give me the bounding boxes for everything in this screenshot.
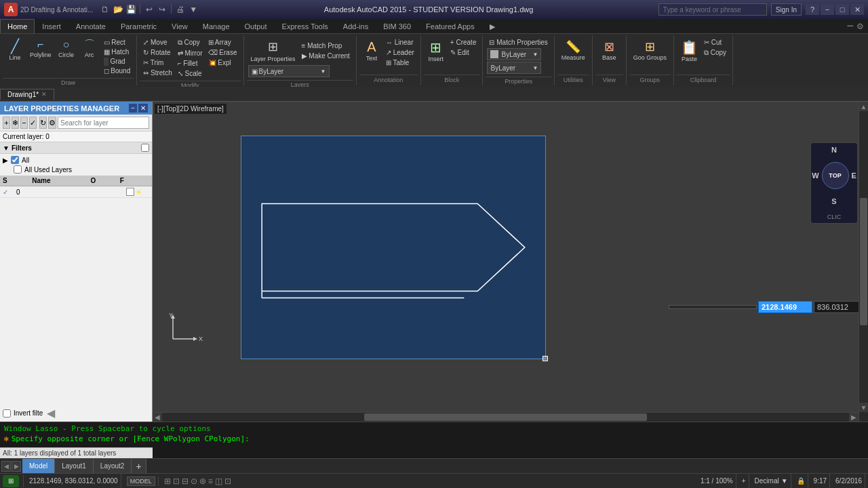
new-frozen-btn[interactable]: ❄ [12, 117, 19, 129]
isolation-icon[interactable]: 🔒 [794, 474, 808, 488]
snap-icon[interactable]: ⊞ [164, 476, 171, 486]
copy-clip-button[interactable]: ⧉ Copy [702, 48, 728, 58]
leader-button[interactable]: ↗ Leader [384, 48, 416, 57]
ribbon-minimize-icon[interactable]: − [846, 19, 854, 33]
set-current-btn[interactable]: ✓ [29, 117, 37, 129]
horizontal-scrollbar[interactable]: ◀ ▶ [153, 412, 859, 422]
model-btn[interactable]: MODEL [127, 476, 155, 486]
title-search-input[interactable] [658, 3, 767, 16]
open-icon[interactable]: 📂 [113, 4, 123, 15]
layout-tab-1[interactable]: Layout1 [55, 459, 94, 473]
filters-collapse-icon[interactable]: ▼ [3, 144, 9, 152]
grid-icon[interactable]: ⊡ [173, 476, 180, 486]
plot-icon[interactable]: 🖨 [175, 4, 186, 15]
filter-used-checkbox[interactable] [14, 165, 22, 174]
layer-panel-close[interactable]: ✕ [138, 104, 148, 113]
lineweight-icon[interactable]: ≡ [208, 476, 213, 486]
tab-view[interactable]: View [164, 19, 195, 33]
refresh-btn[interactable]: ↻ [39, 117, 47, 129]
drawing-tab-close[interactable]: ✕ [41, 91, 47, 98]
panel-collapse-btn[interactable]: ◀ [47, 407, 55, 420]
polyline-button[interactable]: ⌐ Polyline [27, 38, 54, 60]
layer-properties-button[interactable]: ⊞ Layer Properties [248, 38, 298, 64]
new-layer-btn[interactable]: + [3, 117, 10, 129]
invert-filter-checkbox[interactable] [3, 409, 11, 418]
tab-manage[interactable]: Manage [195, 19, 237, 33]
compass-toggle-btn[interactable]: CLIC [827, 214, 842, 220]
match-properties-button[interactable]: ⊟ Match Properties [487, 38, 549, 47]
tab-addins[interactable]: Add-ins [336, 19, 376, 33]
layout-scroll-left[interactable]: ◀ [1, 461, 11, 472]
explode-button[interactable]: 💥 Expl [206, 58, 239, 67]
mirror-button[interactable]: ⇄ Mirror [176, 49, 205, 58]
arc-button[interactable]: ⌒ Arc [79, 38, 100, 60]
tab-home[interactable]: Home [0, 19, 35, 33]
linetype-dropdown[interactable]: ByLayer ▼ [487, 62, 541, 74]
scroll-down-btn[interactable]: ▼ [859, 403, 868, 412]
erase-button[interactable]: ⌫ Erase [206, 48, 239, 57]
dropdown-arrow-icon[interactable]: ▼ [188, 4, 199, 15]
drawing-tab-item[interactable]: Drawing1* ✕ [0, 89, 54, 100]
hatch-button[interactable]: ▦ Hatch [102, 47, 133, 56]
scroll-thumb-h[interactable] [364, 413, 646, 421]
gradient-button[interactable]: ░ Grad [102, 57, 133, 66]
polar-icon[interactable]: ⊙ [191, 476, 197, 486]
text-button[interactable]: A Text [361, 38, 382, 63]
help-button[interactable]: ? [806, 4, 819, 15]
selection-icon[interactable]: ⊡ [224, 476, 231, 486]
delete-layer-btn[interactable]: − [20, 117, 28, 129]
scroll-left-btn[interactable]: ◀ [153, 413, 162, 422]
copy-button[interactable]: ⧉ Copy [176, 38, 205, 47]
undo-icon[interactable]: ↩ [144, 4, 155, 15]
move-button[interactable]: ⤢ Move [141, 38, 174, 47]
drawing-area[interactable]: [-][Top][2D Wireframe] 2128.1469 836.031… [153, 102, 868, 422]
coord-input-1[interactable]: 2128.1469 [758, 301, 812, 313]
match-props-button[interactable]: ≡ Match Prop [300, 41, 352, 50]
scroll-thumb-v[interactable] [860, 198, 867, 326]
vertical-scrollbar[interactable]: ▲ ▼ [859, 102, 868, 422]
tab-parametric[interactable]: Parametric [113, 19, 164, 33]
tab-more[interactable]: ▶ [482, 19, 502, 33]
osnap-icon[interactable]: ⊛ [199, 476, 206, 486]
paste-button[interactable]: 📋 Paste [678, 38, 701, 64]
circle-button[interactable]: ○ Circle [56, 38, 77, 60]
scale-button[interactable]: ⤡ Scale [176, 69, 205, 78]
boundary-button[interactable]: ◻ Bound [102, 66, 133, 75]
make-current-button[interactable]: ▶ Make Current [300, 52, 352, 60]
filter-all-checkbox[interactable] [11, 156, 19, 164]
create-button[interactable]: + Create [448, 38, 479, 47]
close-button[interactable]: ✕ [850, 4, 864, 15]
measure-button[interactable]: 📏 Measure [559, 38, 588, 62]
filters-checkbox[interactable] [141, 144, 149, 152]
tab-bim360[interactable]: BIM 360 [376, 19, 418, 33]
tab-featured-apps[interactable]: Featured Apps [418, 19, 482, 33]
minimize-button[interactable]: − [821, 4, 834, 15]
linear-button[interactable]: ↔ Linear [384, 38, 416, 47]
rectangle-button[interactable]: ▭ Rect [102, 38, 133, 47]
scroll-up-btn[interactable]: ▲ [859, 102, 868, 111]
filter-all[interactable]: ▶ All [3, 155, 149, 165]
table-button[interactable]: ⊞ Table [384, 58, 416, 67]
layout-tab-model[interactable]: Model [22, 459, 55, 473]
layout-scroll-right[interactable]: ▶ [12, 461, 21, 472]
layout-tab-add[interactable]: + [132, 459, 146, 473]
line-button[interactable]: ╱ Line [4, 38, 26, 62]
layout-tab-2[interactable]: Layout2 [94, 459, 132, 473]
array-button[interactable]: ⊞ Array [206, 38, 239, 47]
layer-item-0[interactable]: ✓ 0 ☀ [0, 186, 152, 198]
groups-button[interactable]: ⊞ Goo Groups [631, 38, 669, 62]
tab-insert[interactable]: Insert [35, 19, 68, 33]
tab-output[interactable]: Output [237, 19, 275, 33]
insert-button[interactable]: ⊞ Insert [425, 38, 447, 64]
layer-panel-minimize[interactable]: − [129, 104, 137, 113]
ortho-icon[interactable]: ⊟ [182, 476, 189, 486]
fillet-button[interactable]: ⌐ Fillet [176, 59, 205, 68]
color-dropdown[interactable]: ByLayer ▼ [487, 48, 541, 60]
redo-icon[interactable]: ↪ [157, 4, 167, 15]
ribbon-settings-icon[interactable]: ⚙ [856, 22, 864, 31]
maximize-button[interactable]: □ [835, 4, 849, 15]
transparency-icon[interactable]: ◫ [215, 476, 222, 486]
stretch-button[interactable]: ⇔ Stretch [141, 68, 174, 77]
tab-express-tools[interactable]: Express Tools [275, 19, 336, 33]
sign-in-button[interactable]: Sign In [771, 3, 802, 16]
